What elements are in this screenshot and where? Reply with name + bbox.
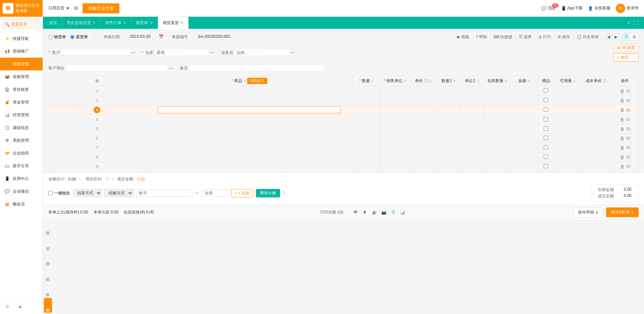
status-icon-6[interactable]: 📊 xyxy=(399,209,406,216)
cost-split-btn[interactable]: 费用分摊 xyxy=(256,189,280,197)
toolbar-operate[interactable]: ⚙ 操作 xyxy=(557,34,570,40)
summary-method-select[interactable]: 结账方式 xyxy=(104,189,133,197)
toolbar-help[interactable]: ? 帮助 xyxy=(476,34,487,40)
tabs-close-all[interactable]: × xyxy=(626,19,631,26)
status-icon-1[interactable]: 中 xyxy=(352,209,359,216)
delete-icon-2[interactable]: 🗑 xyxy=(620,98,625,103)
sidebar-item-system[interactable]: ⚙ 系统管理 xyxy=(0,134,43,147)
account-picker[interactable]: ··· xyxy=(195,190,199,196)
tab-price-setting[interactable]: 售价提取设置 × xyxy=(62,17,101,29)
delete-icon-8[interactable]: 🗑 xyxy=(620,154,625,160)
sort-unit[interactable]: ⇅ xyxy=(404,79,406,83)
tabs-fullscreen[interactable]: ⛶ xyxy=(633,19,640,26)
status-icon-2[interactable]: 🎙 xyxy=(361,209,369,216)
copy-icon-1[interactable]: ⧉ xyxy=(627,88,630,94)
product-input-3[interactable] xyxy=(158,107,341,113)
right-panel-attachment[interactable]: 附件 xyxy=(44,221,52,236)
sidebar-item-collab[interactable]: 🤝 企业协同 xyxy=(0,147,43,160)
sort-available[interactable]: ⇅ xyxy=(573,79,576,83)
sort-unit2[interactable]: ⇅ xyxy=(477,79,479,83)
toolbar-history[interactable]: 📋 历史单据 xyxy=(577,34,599,40)
address-input[interactable] xyxy=(66,65,167,71)
toolbar-shortcut[interactable]: ⌨ 快捷键 xyxy=(493,34,512,40)
price-info-icon[interactable]: ⓘ xyxy=(424,78,428,83)
sort-pkg-qty[interactable]: ⇅ xyxy=(504,79,507,83)
sidebar-item-inventory[interactable]: 🏠 库存核算 xyxy=(0,83,43,96)
right-panel-payment[interactable]: 收款 xyxy=(44,282,52,297)
sidebar-item-marketing[interactable]: 📢 营销推广 xyxy=(0,45,43,58)
tab-return-close[interactable]: × xyxy=(181,20,183,25)
status-icon-5[interactable]: 👕 xyxy=(389,209,397,216)
gift-checkbox-4[interactable] xyxy=(544,117,548,121)
scan-btn[interactable]: 扫码录入 xyxy=(247,78,267,84)
copy-icon-9[interactable]: ⧉ xyxy=(627,164,630,169)
sort-price[interactable]: ⇅ xyxy=(429,79,432,83)
tab-return[interactable]: 销货退货 × xyxy=(158,17,189,29)
sort-qty[interactable]: ⇅ xyxy=(371,79,374,83)
copy-icon-6[interactable]: ⧉ xyxy=(627,135,630,141)
sidebar-search[interactable]: 🔍 搜索菜单 xyxy=(0,17,43,32)
th-settings[interactable]: ⚙ xyxy=(49,76,146,86)
save-new-btn[interactable]: 保存&新增 ∧ xyxy=(606,207,639,217)
gift-checkbox-8[interactable] xyxy=(544,154,548,159)
copy-icon-5[interactable]: ⧉ xyxy=(627,126,630,132)
sidebar-item-guide[interactable]: 📖 新手引导 xyxy=(0,160,43,172)
cost-info-icon[interactable]: ⓘ xyxy=(603,78,607,83)
right-panel-stock[interactable]: 存货 xyxy=(44,252,52,266)
right-panel-receivable[interactable]: 应收 xyxy=(44,267,52,282)
gift-checkbox-6[interactable] xyxy=(544,136,548,140)
calc-method-select[interactable]: 结算方式 xyxy=(73,189,102,197)
customer-picker[interactable]: ··· xyxy=(131,50,135,55)
tab-home[interactable]: 首页 xyxy=(44,17,62,29)
calendar-icon[interactable]: 📅 xyxy=(159,34,164,40)
tab-price-setting-close[interactable]: × xyxy=(93,20,96,25)
status-icon-3[interactable]: 🔊 xyxy=(371,209,378,216)
customer-input[interactable] xyxy=(62,50,129,56)
gift-checkbox-7[interactable] xyxy=(544,145,548,149)
add-row-btn[interactable]: + xyxy=(94,107,100,113)
account-no-input[interactable] xyxy=(136,189,192,197)
toolbar-video[interactable]: ▶ 视频 xyxy=(457,34,469,40)
remark-input[interactable] xyxy=(190,65,324,71)
delete-icon-6[interactable]: 🗑 xyxy=(620,136,625,141)
sort-amount[interactable]: ⇅ xyxy=(527,79,530,83)
copy-icon-8[interactable]: ⧉ xyxy=(627,154,630,160)
tab-sales-order-close[interactable]: × xyxy=(123,20,126,25)
staff-picker[interactable]: ··· xyxy=(291,50,295,55)
history-prev[interactable]: ◀ xyxy=(605,34,612,40)
sidebar-item-wechat[interactable]: 💬 企业微信 xyxy=(0,185,43,198)
add-payment-btn[interactable]: + + 添加 xyxy=(231,189,253,197)
form-settings-btn[interactable]: ⚙ ⚙ 设置 xyxy=(613,44,639,52)
tab-sales-close[interactable]: × xyxy=(150,20,153,25)
copy-icon-3[interactable]: ⧉ xyxy=(627,107,630,113)
history-next[interactable]: ▶ xyxy=(612,34,619,40)
warehouse-picker[interactable]: ··· xyxy=(210,50,214,55)
view-list[interactable]: ☰ xyxy=(622,33,630,41)
category-selector[interactable]: 日用百货 ▼ xyxy=(48,5,70,11)
gift-checkbox-1[interactable] xyxy=(544,88,548,93)
tab-sales[interactable]: 销货单 × xyxy=(131,17,158,29)
sidebar-item-purchase[interactable]: 📦 采购管理 xyxy=(0,70,43,83)
trial-btn[interactable]: 体验行业方案 xyxy=(83,3,119,13)
cost-split-info[interactable]: ? xyxy=(283,191,285,195)
save-draft-btn[interactable]: 保存草稿 ∧ xyxy=(573,207,603,217)
staff-input[interactable] xyxy=(235,50,289,56)
sidebar-item-shortcut[interactable]: ⚡ 快捷导航 xyxy=(0,32,43,45)
app-download-btn[interactable]: 📱 App下载 xyxy=(561,5,583,11)
delete-icon-9[interactable]: 🗑 xyxy=(620,164,625,169)
toolbar-select[interactable]: ☰ 选单 xyxy=(519,34,532,40)
sidebar-item-basic[interactable]: 📋 基础信息 xyxy=(0,121,43,134)
delete-icon-5[interactable]: 🗑 xyxy=(620,126,625,132)
radio-return[interactable]: 退货单 xyxy=(70,34,88,40)
sidebar-item-apps[interactable]: 📱 应用中心 xyxy=(0,172,43,185)
copy-icon-2[interactable]: ⧉ xyxy=(627,98,630,103)
sidebar-settings-btn[interactable]: ⚙ xyxy=(3,302,12,311)
delete-icon-7[interactable]: 🗑 xyxy=(620,145,625,150)
address-picker[interactable]: ··· xyxy=(169,66,173,71)
sidebar-item-finance[interactable]: 💰 资金管理 xyxy=(0,96,43,109)
one-key-checkbox[interactable]: 一键收款 xyxy=(48,190,70,196)
right-panel-customer[interactable]: 客户 xyxy=(44,236,52,251)
toolbar-print[interactable]: 🖨 打印 xyxy=(538,34,551,40)
radio-sale[interactable]: 销货单 xyxy=(48,34,66,40)
gift-checkbox-5[interactable] xyxy=(544,126,548,131)
